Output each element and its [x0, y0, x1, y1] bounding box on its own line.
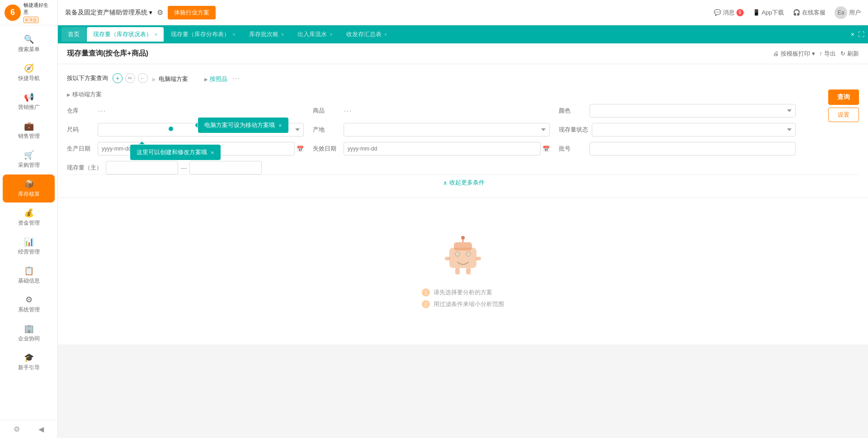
tab-home[interactable]: 首页 — [61, 27, 86, 42]
system-selector[interactable]: 装备及固定资产辅助管理系统 ▾ — [65, 9, 152, 17]
dropdown-icon: ▾ — [149, 9, 152, 16]
sidebar-item-enterprise[interactable]: 🏢 企业协同 — [3, 319, 55, 347]
tab-inventory-batch-label: 库存批次账 — [249, 30, 278, 38]
chevron-up-icon: ∧ — [443, 179, 448, 186]
sidebar-item-label: 新手引导 — [18, 364, 40, 372]
tab-inventory-dist[interactable]: 现存量（库存分布表） × — [165, 27, 241, 42]
sidebar-item-quick-nav[interactable]: 🧭 快捷导航 — [3, 59, 55, 87]
scheme-pc-item[interactable]: 按照品 — [210, 75, 227, 83]
goods-dots[interactable]: ⋯ — [344, 106, 352, 115]
tooltip-pc-text: 电脑方案可设为移动方案哦 — [204, 121, 275, 129]
collapse-sidebar-icon[interactable]: ◀ — [38, 425, 44, 433]
message-btn[interactable]: 💬 消息 6 — [714, 9, 744, 17]
sidebar-item-operations[interactable]: 📊 经营管理 — [3, 232, 55, 260]
sidebar-item-inventory[interactable]: 📦 库存核算 — [3, 174, 55, 203]
industry-btn[interactable]: 体验行业方案 — [168, 6, 216, 19]
logo-text: 畅捷通好生意 标准版 — [24, 2, 53, 23]
filter-stock-status: 现存量状态 — [559, 123, 796, 137]
sidebar-item-label: 经营管理 — [18, 248, 40, 256]
app-download-btn[interactable]: 📱 App下载 — [753, 9, 784, 17]
sidebar-item-finance[interactable]: 💰 资金管理 — [3, 203, 55, 231]
scheme-edit-btn[interactable]: ✏ — [125, 73, 135, 83]
range-separator: — — [181, 165, 187, 171]
sidebar-item-sales[interactable]: 💼 销售管理 — [3, 117, 55, 145]
printer-icon: 🖨 — [773, 50, 779, 57]
topbar-right: 💬 消息 6 📱 App下载 🎧 在线客服 Ea 用户 — [714, 6, 861, 19]
search-header: 按以下方案查询 + ✏ ← ▶ 电脑端方案 ▶ 按照品 ⋯ — [67, 71, 859, 85]
sidebar-item-label: 库存核算 — [18, 190, 40, 198]
tab-inventory-batch[interactable]: 库存批次账 × — [243, 27, 290, 42]
online-support-btn[interactable]: 🎧 在线客服 — [793, 9, 826, 17]
stock-status-input-wrap — [592, 123, 796, 137]
expire-date-input[interactable] — [344, 142, 541, 155]
tooltip-pc-close[interactable]: × — [278, 122, 282, 129]
phone-icon: 📱 — [753, 9, 760, 16]
sidebar-item-system[interactable]: ⚙ 系统管理 — [3, 290, 55, 318]
user-avatar: Ea — [835, 6, 847, 19]
collapse-bar[interactable]: ∧ 收起更多条件 — [67, 174, 859, 190]
origin-label: 产地 — [313, 126, 340, 134]
sidebar-item-label: 销售管理 — [18, 132, 40, 140]
tooltip-scheme-text: 这里可以创建和修改方案哦 — [137, 148, 207, 156]
template-print-btn[interactable]: 🖨 按模板打印 ▾ — [773, 50, 815, 58]
scheme-dots-menu[interactable]: ⋯ — [232, 73, 240, 83]
filter-expire-date: 失效日期 📅 — [313, 142, 550, 155]
tab-inventory-dist-close[interactable]: × — [232, 32, 235, 37]
svg-rect-6 — [445, 257, 450, 260]
tab-recv-send-summary-close[interactable]: × — [384, 32, 387, 37]
refresh-btn[interactable]: ↻ 刷新 — [840, 50, 859, 58]
sidebar-item-label: 系统管理 — [18, 306, 40, 314]
sidebar-item-purchase[interactable]: 🛒 采购管理 — [3, 146, 55, 174]
tab-recv-send-summary[interactable]: 收发存汇总表 × — [340, 27, 393, 42]
svg-rect-9 — [466, 268, 471, 274]
refresh-icon: ↻ — [840, 50, 845, 57]
tabs-bar: 首页 现存量（库存状况表） × 现存量（库存分布表） × 库存批次账 × 出入库… — [58, 25, 868, 43]
prod-date-calendar-icon[interactable]: 📅 — [297, 146, 304, 152]
stock-qty-max-input[interactable] — [189, 161, 262, 174]
stock-status-select[interactable] — [592, 123, 796, 137]
search-menu-icon: 🔍 — [24, 34, 34, 44]
sidebar-item-guide[interactable]: 🎓 新手引导 — [3, 348, 55, 376]
tooltip-scheme-close[interactable]: × — [211, 149, 214, 156]
tab-inventory-status-close[interactable]: × — [155, 32, 157, 37]
sidebar-item-label: 基础信息 — [18, 277, 40, 285]
sidebar-item-label: 营销推广 — [18, 104, 40, 111]
guide-icon: 🎓 — [24, 353, 34, 363]
warehouse-dots[interactable]: ⋯ — [98, 106, 106, 115]
tab-fullscreen-icon[interactable]: ⛶ — [858, 31, 864, 38]
stock-qty-min-input[interactable] — [106, 161, 178, 174]
tab-inventory-status[interactable]: 现存量（库存状况表） × — [87, 27, 164, 42]
tab-inout-flow-close[interactable]: × — [330, 32, 332, 37]
system-name: 装备及固定资产辅助管理系统 — [65, 9, 147, 17]
expire-date-calendar-icon[interactable]: 📅 — [542, 146, 550, 152]
scheme-back-btn[interactable]: ← — [138, 73, 148, 83]
tab-window-close-icon[interactable]: × — [851, 31, 854, 38]
topbar-settings-icon[interactable]: ⚙ — [157, 8, 163, 17]
filter-row-1: 仓库 ⋯ 商品 ⋯ 颜色 — [67, 104, 796, 118]
finance-icon: 💰 — [24, 208, 34, 218]
origin-select[interactable] — [344, 123, 550, 137]
tab-inventory-batch-close[interactable]: × — [281, 32, 284, 37]
empty-illustration — [440, 234, 486, 279]
user-menu[interactable]: Ea 用户 — [835, 6, 861, 19]
color-select[interactable] — [590, 104, 796, 118]
sidebar-item-search-menu[interactable]: 🔍 搜索菜单 — [3, 30, 55, 58]
sidebar-item-marketing[interactable]: 📢 营销推广 — [3, 88, 55, 116]
prod-date-label: 生产日期 — [67, 145, 94, 153]
export-btn[interactable]: ↑ 导出 — [820, 50, 836, 58]
tip-num-2: 2 — [422, 300, 430, 308]
batch-no-input[interactable] — [590, 142, 796, 155]
search-btn[interactable]: 查询 — [828, 89, 859, 105]
tab-inout-flow[interactable]: 出入库流水 × — [291, 27, 339, 42]
goods-input-wrap: ⋯ — [344, 106, 550, 116]
settings-icon[interactable]: ⚙ — [14, 425, 20, 433]
scheme-add-btn[interactable]: + — [113, 73, 123, 83]
search-area: 按以下方案查询 + ✏ ← ▶ 电脑端方案 ▶ 按照品 ⋯ — [58, 64, 868, 198]
batch-no-input-wrap — [590, 142, 796, 155]
setting-btn[interactable]: 设置 — [828, 108, 859, 122]
stock-qty-range: — — [106, 161, 796, 174]
color-label: 颜色 — [559, 107, 586, 115]
sidebar-item-basic-info[interactable]: 📋 基础信息 — [3, 261, 55, 289]
scheme-pc-label: 电脑端方案 — [159, 75, 188, 83]
tooltip-pc: 电脑方案可设为移动方案哦 × — [198, 118, 288, 133]
